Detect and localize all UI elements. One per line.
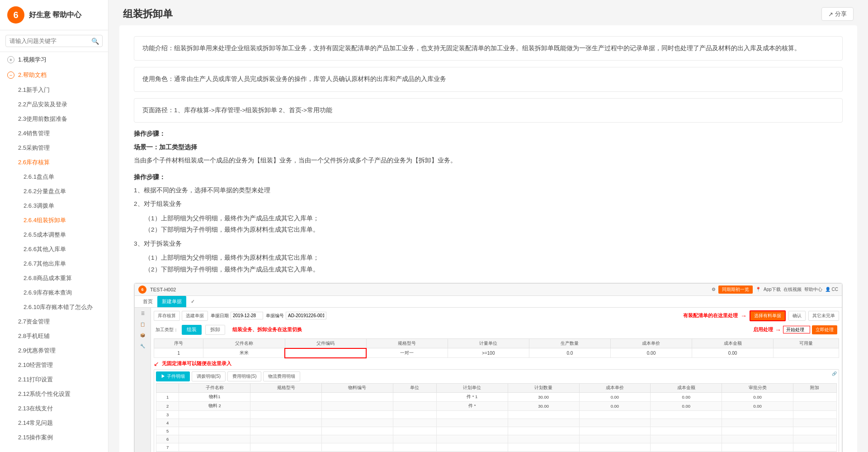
cell-parent-name: 米米 xyxy=(203,348,285,358)
sidebar-item-costadj[interactable]: 2.6.5成本调整单 xyxy=(0,228,108,242)
arrow-icon-2: → xyxy=(775,326,781,333)
step2-2-text: （2）下部明细为子件明细，最终作为原材料生成其它出库单。 xyxy=(134,224,843,236)
scene1-title: 场景一：加工类型选择 xyxy=(134,143,843,152)
sidebar-item-stockerr[interactable]: 2.6.10库存账本错了怎么办 xyxy=(0,300,108,314)
btn-save[interactable]: 库存核算 xyxy=(154,311,180,321)
form-date: 单据日期 xyxy=(211,312,263,319)
steps-title: 操作步骤： xyxy=(134,130,843,138)
sub-tab-logistics[interactable]: 物流费用明细 xyxy=(263,371,300,381)
enable-input[interactable] xyxy=(783,326,810,333)
type-label: 加工类型： xyxy=(156,327,178,333)
search-input[interactable] xyxy=(5,35,103,47)
app-logo: 6 xyxy=(138,285,146,294)
sidebar-item-faq[interactable]: 2.14常见问题 xyxy=(0,416,108,430)
sidebar-item-ops[interactable]: 2.10经营管理 xyxy=(0,358,108,372)
app-topbar-item2: 同期期初一览 xyxy=(718,285,753,294)
sub-row-7: 7 xyxy=(156,443,837,451)
sub-tab-child[interactable]: ▶ 子件明细 xyxy=(156,371,190,381)
app-tab-home[interactable]: 首页 xyxy=(138,296,157,307)
sidebar-item-assembly[interactable]: 2.6.4组装拆卸单 xyxy=(0,213,108,228)
sub-table: 子件名称 规格型号 物料编号 单位 计划单位 计划数量 成本单价 成本金额 审批 xyxy=(156,383,837,452)
app-tab-new[interactable]: 新建单据 xyxy=(157,296,186,307)
action-btn3[interactable]: 其它未完单 xyxy=(808,311,839,321)
sidebar-item-custom[interactable]: 2.12系统个性化设置 xyxy=(0,387,108,401)
annotation-row2: ↙ 无固定清单可以随便在这里录入 xyxy=(154,360,839,367)
sidebar-item-newbie[interactable]: 2.1新手入门 xyxy=(0,83,108,97)
sub-tab-transfer[interactable]: 调拨明细(S) xyxy=(192,371,226,381)
screenshot-container: 6 TEST-H002 ⚙ 同期期初一览 📍 App下载 在线视频 帮助中心 👤… xyxy=(134,283,843,452)
sidebar-item-otherout[interactable]: 2.6.7其他出库单 xyxy=(0,257,108,271)
action-btn2[interactable]: 确认 xyxy=(788,311,806,321)
sidebar-item-inventory[interactable]: 2.6库存核算 xyxy=(0,155,108,170)
sidebar-item-coupon[interactable]: 2.9优惠券管理 xyxy=(0,343,108,358)
cell-available xyxy=(774,348,839,358)
sub-col-spec: 规格型号 xyxy=(250,383,322,392)
select-bill-btn[interactable]: 选择有料单据 xyxy=(750,310,786,321)
search-bar[interactable]: 🔍 xyxy=(0,30,108,52)
main-table-row: 1 米米 一对一 >=100 0.0 0.00 0.00 xyxy=(154,348,839,358)
sidebar-item-finance[interactable]: 2.7资金管理 xyxy=(0,314,108,329)
sub-col-plan-unit: 计划单位 xyxy=(436,383,508,392)
sidebar-item-costrecalc[interactable]: 2.6.8商品成本重算 xyxy=(0,271,108,285)
step2-text: 2、对于组装业务 xyxy=(134,199,843,209)
sidebar-item-onlinepay[interactable]: 2.13在线支付 xyxy=(0,401,108,416)
sidebar-item-cases[interactable]: 2.15操作案例 xyxy=(0,430,108,445)
share-button[interactable]: ↗ 分享 xyxy=(821,7,854,21)
btn-cancel[interactable]: 选建单据 xyxy=(182,311,208,321)
path-block: 页面路径：1、库存核算->库存管理->组装拆卸单 2、首页->常用功能 xyxy=(134,98,843,123)
cell-qty: 0.0 xyxy=(529,348,610,358)
main-content: 组装拆卸单 ↗ 分享 功能介绍：组装拆卸单用来处理企业组装或拆卸等加工业务，支持… xyxy=(108,0,868,452)
step3-2-text: （2）下部明细为子件明细，最终作为产成品生成其它入库单。 xyxy=(134,264,843,276)
app-tab-check[interactable]: ✓ xyxy=(186,296,199,307)
cell-unit: >=100 xyxy=(448,348,529,358)
docno-input[interactable] xyxy=(286,312,326,319)
logo-icon: 6 xyxy=(7,6,24,24)
app-topbar-item6: 帮助中心 xyxy=(804,286,822,293)
annotation-text-5: 无固定清单可以随便在这里录入 xyxy=(162,361,231,367)
cell-parent-code xyxy=(285,348,366,358)
sidebar-item-stocksplit[interactable]: 2.6.2分量盘点单 xyxy=(0,184,108,199)
sidebar-item-mobile[interactable]: 2.8手机旺辅 xyxy=(0,329,108,343)
sub-tab-expense[interactable]: 费用明细(S) xyxy=(227,371,261,381)
sidebar-item-sales[interactable]: 2.4销售管理 xyxy=(0,126,108,141)
sidebar-item-inventory-label: 2.6库存核算 xyxy=(18,159,50,166)
sidebar-item-otherin[interactable]: 2.6.6其他入库单 xyxy=(0,242,108,257)
role-text: 使用角色：通常由生产人员或库管人员完成拆装业务的操作，库管人员确认原材料的出库和… xyxy=(142,76,446,82)
sidebar-item-install[interactable]: 2.2产品安装及登录 xyxy=(0,97,108,112)
sidebar-item-video[interactable]: + 1.视频学习 xyxy=(0,52,108,67)
cell-cost-amt: 0.00 xyxy=(692,348,774,358)
path-text: 页面路径：1、库存核算->库存管理->组装拆卸单 2、首页->常用功能 xyxy=(142,107,332,114)
type-selector-row: 加工类型： 组装 拆卸 组装业务、拆卸业务在这里切换 启用处理 → 立即处理 xyxy=(154,323,839,337)
sidebar-item-adjust[interactable]: 2.6.3调拨单 xyxy=(0,199,108,213)
date-input[interactable] xyxy=(231,312,263,319)
annotation-text-1: 有装配清单的在这里处理 xyxy=(683,313,738,319)
page-header: 组装拆卸单 ↗ 分享 xyxy=(108,0,868,25)
app-topbar-item5: 在线视频 xyxy=(783,286,802,293)
sidebar-item-docs-label: 2.帮助文档 xyxy=(18,71,47,79)
sub-col-plan-qty: 计划数量 xyxy=(508,383,579,392)
nav-section: + 1.视频学习 − 2.帮助文档 2.1新手入门 2.2产品安装及登录 2.3… xyxy=(0,52,108,445)
sidebar-item-data[interactable]: 2.3使用前数据准备 xyxy=(0,112,108,126)
sidebar-item-stockcheck[interactable]: 2.6.9库存账本查询 xyxy=(0,285,108,300)
sidebar-item-purchase[interactable]: 2.5采购管理 xyxy=(0,141,108,155)
col-spec: 规格型号 xyxy=(366,338,448,348)
app-topbar-item1: ⚙ xyxy=(712,287,716,292)
app-company: TEST-H002 xyxy=(150,287,708,292)
confirm-btn[interactable]: 立即处理 xyxy=(812,325,837,334)
type-btn-disassembly[interactable]: 拆卸 xyxy=(205,325,225,335)
app-topbar-item4: App下载 xyxy=(764,286,781,293)
sidebar-item-docs[interactable]: − 2.帮助文档 xyxy=(0,67,108,83)
cell-cost-price: 0.00 xyxy=(610,348,692,358)
sub-col-name: 子件名称 xyxy=(179,383,250,392)
sidebar-item-print[interactable]: 2.11打印设置 xyxy=(0,372,108,387)
search-icon[interactable]: 🔍 xyxy=(91,38,99,45)
expand-icon: + xyxy=(7,56,14,63)
step2-1-text: （1）上部明细为父件明细，最终作为产成品生成其它入库单； xyxy=(134,213,843,224)
col-parent-name: 父件名称 xyxy=(203,338,285,348)
sub-col-unit: 单位 xyxy=(393,383,436,392)
strip-icon-3: 📦 xyxy=(140,331,145,339)
enable-area: 启用处理 → 立即处理 xyxy=(753,325,837,334)
sidebar-item-stocktake[interactable]: 2.6.1盘点单 xyxy=(0,170,108,184)
app-left-strip: ☰ 📋 📦 🔧 xyxy=(135,308,151,452)
type-btn-assembly[interactable]: 组装 xyxy=(182,325,202,335)
